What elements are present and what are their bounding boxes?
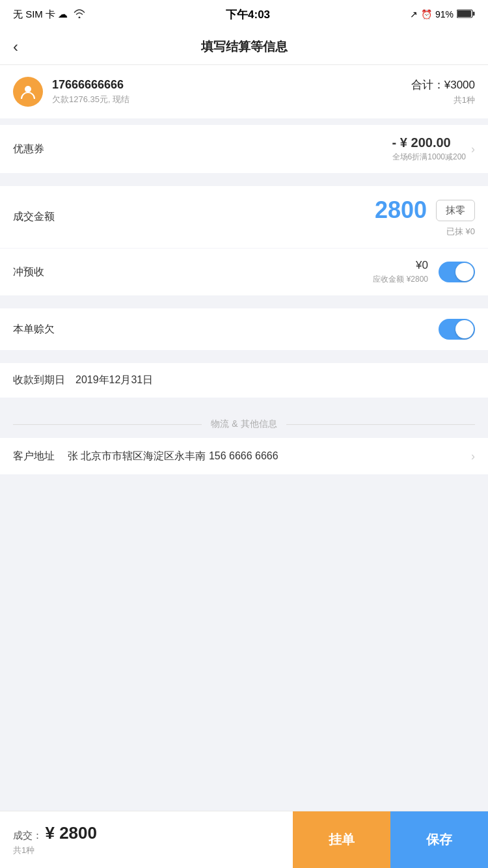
already-rounded-label: 已抹 ¥0 [446, 226, 475, 237]
status-right: ↗ ⏰ 91% [410, 9, 475, 20]
battery-icon [457, 9, 475, 20]
alarm-icon: ⏰ [421, 9, 432, 20]
toggle-knob [455, 263, 474, 281]
bottom-summary: 成交： ¥ 2800 共1种 [0, 823, 293, 856]
address-label: 客户地址 [13, 450, 55, 463]
svg-rect-2 [457, 10, 471, 17]
user-left: 17666666666 欠款1276.35元, 现结 [13, 77, 129, 107]
nav-bar: ‹ 填写结算等信息 [0, 29, 488, 65]
debt-label: 本单赊欠 [13, 323, 55, 336]
due-date-label: 收款到期日 [13, 373, 65, 387]
bottom-trans-row: 成交： ¥ 2800 [13, 823, 280, 843]
coupon-chevron-icon: › [471, 142, 475, 156]
status-left: 无 SIM 卡 ☁ [13, 8, 86, 21]
round-zero-button[interactable]: 抹零 [436, 200, 475, 221]
coupon-right: - ¥ 200.00 全场6折满1000减200 › [392, 135, 475, 163]
no-sim-label: 无 SIM 卡 ☁ [13, 8, 68, 21]
transaction-section: 成交金额 2800 抹零 已抹 ¥0 冲预收 ¥0 应收金额 ¥2800 [0, 186, 488, 295]
svg-point-3 [25, 86, 31, 92]
coupon-description: 全场6折满1000减200 [392, 152, 466, 163]
section-divider-2 [0, 302, 488, 308]
trans-amount-value: 2800 [375, 197, 427, 224]
user-phone: 17666666666 [52, 78, 129, 92]
trans-amount-label: 成交金额 [13, 210, 55, 224]
user-sub-text: 欠款1276.35元, 现结 [52, 94, 129, 105]
section-divider-4 [0, 404, 488, 411]
battery-label: 91% [435, 9, 454, 20]
address-chevron-icon: › [471, 450, 475, 463]
page-title: 填写结算等信息 [201, 38, 288, 55]
address-row[interactable]: 客户地址 张 北京市市辖区海淀区永丰南 156 6666 6666 › [0, 438, 488, 474]
location-icon: ↗ [410, 9, 418, 20]
transaction-amount-row: 成交金额 2800 抹零 已抹 ¥0 [0, 186, 488, 249]
debt-row: 本单赊欠 [0, 308, 488, 350]
debt-section: 本单赊欠 [0, 308, 488, 350]
empty-area [0, 481, 488, 598]
due-date-section: 收款到期日 2019年12月31日 [0, 363, 488, 398]
coupon-discount: - ¥ 200.00 [392, 135, 466, 150]
prepay-toggle[interactable] [439, 262, 475, 282]
prepay-info: ¥0 应收金额 ¥2800 [373, 259, 428, 285]
prepay-receivable: 应收金额 ¥2800 [373, 274, 428, 285]
status-bar: 无 SIM 卡 ☁ 下午4:03 ↗ ⏰ 91% [0, 0, 488, 29]
pending-button[interactable]: 挂单 [293, 811, 390, 869]
save-button[interactable]: 保存 [390, 811, 488, 869]
logistics-label: 物流 & 其他信息 [202, 418, 286, 430]
back-button[interactable]: ‹ [13, 38, 39, 56]
debt-toggle-knob [455, 320, 474, 338]
debt-toggle[interactable] [439, 319, 475, 340]
coupon-row[interactable]: 优惠券 - ¥ 200.00 全场6折满1000减200 › [0, 125, 488, 173]
total-count: 共1种 [411, 94, 475, 106]
user-summary: 合计：¥3000 共1种 [411, 77, 475, 106]
divider-line-right [286, 424, 475, 425]
status-time: 下午4:03 [226, 7, 270, 22]
total-amount: 合计：¥3000 [411, 77, 475, 92]
svg-rect-1 [472, 12, 474, 16]
coupon-label: 优惠券 [13, 142, 44, 156]
avatar [13, 77, 43, 107]
bottom-count: 共1种 [13, 845, 280, 856]
section-divider-3 [0, 357, 488, 363]
prepay-label: 冲预收 [13, 265, 44, 279]
divider-line-left [13, 424, 202, 425]
bottom-amount: ¥ 2800 [45, 823, 97, 843]
user-card: 17666666666 欠款1276.35元, 现结 合计：¥3000 共1种 [0, 65, 488, 118]
main-content: 17666666666 欠款1276.35元, 现结 合计：¥3000 共1种 … [0, 65, 488, 663]
user-info: 17666666666 欠款1276.35元, 现结 [52, 78, 129, 105]
prepayment-row: 冲预收 ¥0 应收金额 ¥2800 [0, 249, 488, 295]
section-divider-1 [0, 180, 488, 186]
address-section: 客户地址 张 北京市市辖区海淀区永丰南 156 6666 6666 › [0, 438, 488, 474]
logistics-divider: 物流 & 其他信息 [0, 411, 488, 438]
address-value: 张 北京市市辖区海淀区永丰南 156 6666 6666 [68, 448, 471, 464]
prepay-amount: ¥0 [373, 259, 428, 272]
due-date-value: 2019年12月31日 [75, 373, 153, 387]
wifi-icon [73, 8, 86, 20]
bottom-trans-label: 成交： [13, 830, 42, 841]
bottom-bar: 成交： ¥ 2800 共1种 挂单 保存 [0, 811, 488, 868]
